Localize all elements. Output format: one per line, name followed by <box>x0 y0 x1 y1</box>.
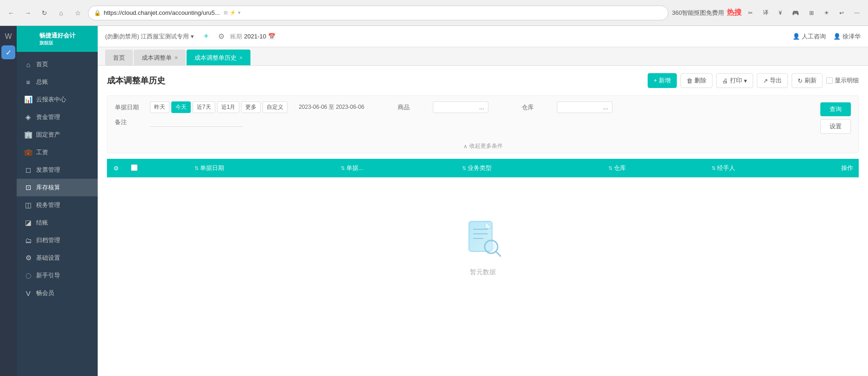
tab-home[interactable]: 首页 <box>105 50 133 65</box>
note-label: 备注 <box>115 118 143 126</box>
sidebar-item-bookkeeping-label: 结账 <box>36 219 48 227</box>
warehouse-select[interactable]: ... <box>557 101 612 113</box>
col-handler[interactable]: 经手人 <box>706 159 831 177</box>
tab-cost-adjust[interactable]: 成本调整单 × <box>134 50 186 65</box>
date-opt-custom[interactable]: 自定义 <box>262 101 287 113</box>
export-icon: ↗ <box>763 77 768 84</box>
address-bar[interactable]: 🔒 https://cloud.chanjet.com/accounting/u… <box>88 6 668 20</box>
date-range: 2023-06-06 至 2023-06-06 <box>299 103 364 111</box>
filter-section: 单据日期 昨天 今天 近7天 近1月 更多 自定义 2023-06-06 至 2… <box>107 95 859 153</box>
icon-bar-weibo[interactable]: W <box>1 30 15 44</box>
company-selector[interactable]: (勿删勿禁用) 江西服宝测试专用 ▾ <box>105 32 194 41</box>
sidebar-item-inventory[interactable]: ⊡ 库存核算 <box>17 179 98 196</box>
more-btn[interactable]: ⋯ <box>850 8 863 18</box>
page-content: 成本调整单历史 + 新增 🗑 删除 🖨 打印 ▾ ↗ 导出 <box>98 66 868 376</box>
sidebar-item-ledger[interactable]: ≡ 总账 <box>17 73 98 91</box>
sidebar-item-tax[interactable]: ◫ 税务管理 <box>17 196 98 214</box>
wages-icon: 💼 <box>24 148 32 157</box>
reload-button[interactable]: ↻ <box>38 6 51 19</box>
refresh-btn[interactable]: ↻ 刷新 <box>792 73 823 88</box>
sidebar-item-reports[interactable]: 📊 云报表中心 <box>17 91 98 108</box>
date-opt-more[interactable]: 更多 <box>241 101 261 113</box>
main-content: (勿删勿禁用) 江西服宝测试专用 ▾ + ⚙ 账期 2021-10 📅 👤 人工… <box>98 26 868 376</box>
settings-icon[interactable]: ⚙ <box>218 32 225 41</box>
print-dropdown-icon[interactable]: ▾ <box>744 77 747 84</box>
goods-select[interactable]: ... <box>433 101 488 113</box>
empty-text: 暂元数据 <box>470 268 496 276</box>
col-biz-type[interactable]: 业务类型 <box>456 159 603 177</box>
col-settings[interactable]: ⚙ <box>107 159 125 177</box>
filter-left-col: 单据日期 昨天 今天 近7天 近1月 更多 自定义 2023-06-06 至 2… <box>115 101 811 134</box>
col-date[interactable]: 单据日期 <box>189 159 335 177</box>
tab-cost-adjust-history-close[interactable]: × <box>239 55 243 61</box>
period-label: 账期 <box>230 32 242 41</box>
svg-point-6 <box>487 242 496 251</box>
hot-search-label: 热搜 <box>727 8 742 18</box>
sidebar-item-invoices-label: 发票管理 <box>36 166 60 174</box>
top-bar-left: (勿删勿禁用) 江西服宝测试专用 ▾ + ⚙ 账期 2021-10 📅 <box>105 30 275 43</box>
scissors-btn[interactable]: ✂ <box>744 8 756 18</box>
sidebar-item-wages[interactable]: 💼 工资 <box>17 144 98 161</box>
url-text: https://cloud.chanjet.com/accounting/uru… <box>104 9 220 16</box>
lock-icon: 🔒 <box>94 10 101 16</box>
col-warehouse[interactable]: 仓库 <box>603 159 706 177</box>
sidebar-item-invoices[interactable]: ◻ 发票管理 <box>17 161 98 179</box>
dropdown-icon[interactable]: ▾ <box>238 10 241 16</box>
ledger-icon: ≡ <box>24 78 32 86</box>
collapse-bar[interactable]: ∧ 收起更多条件 <box>107 139 858 153</box>
translate-btn[interactable]: 译 <box>759 7 772 19</box>
forward-button[interactable]: → <box>21 6 34 19</box>
note-input[interactable] <box>150 118 243 127</box>
sidebar-item-home-label: 首页 <box>36 60 48 69</box>
col-number[interactable]: 单据... <box>335 159 456 177</box>
sidebar-item-settings[interactable]: ⚙ 基础设置 <box>17 249 98 267</box>
funds-icon: ◈ <box>24 113 32 121</box>
date-opt-yesterday[interactable]: 昨天 <box>150 101 169 113</box>
undo-btn[interactable]: ↩ <box>836 8 848 18</box>
wallet-btn[interactable]: ¥ <box>775 8 786 18</box>
home-button[interactable]: ⌂ <box>55 6 68 19</box>
apps-btn[interactable]: ⊞ <box>806 8 818 18</box>
show-cols-checkbox[interactable] <box>826 77 833 84</box>
date-opt-7days[interactable]: 近7天 <box>193 101 215 113</box>
tab-cost-adjust-history-label: 成本调整单历史 <box>194 54 237 62</box>
table-header: ⚙ 单据日期 单据... 业务类型 <box>107 159 859 177</box>
top-bar: (勿删勿禁用) 江西服宝测试专用 ▾ + ⚙ 账期 2021-10 📅 👤 人工… <box>98 26 868 47</box>
consult-label: 人工咨询 <box>802 32 826 41</box>
sidebar-item-bookkeeping[interactable]: ◪ 结账 <box>17 214 98 232</box>
col-checkbox[interactable] <box>125 159 189 177</box>
export-btn[interactable]: ↗ 导出 <box>757 73 788 88</box>
app-container: W ✓ 畅捷通好会计 旗舰版 ⌂ 首页 ≡ 总账 📊 云报表中心 ◈ <box>0 26 868 376</box>
tab-cost-adjust-close[interactable]: × <box>175 55 178 61</box>
back-button[interactable]: ← <box>5 6 18 19</box>
date-filter-label: 单据日期 <box>115 103 143 112</box>
sidebar-item-home[interactable]: ⌂ 首页 <box>17 56 98 73</box>
user-action[interactable]: 👤 徐泽华 <box>833 32 861 41</box>
date-opt-today[interactable]: 今天 <box>171 101 191 113</box>
date-opt-1month[interactable]: 近1月 <box>217 101 240 113</box>
bookmark-button[interactable]: ☆ <box>71 6 84 19</box>
svg-line-7 <box>496 251 500 256</box>
sidebar-item-assets[interactable]: 🏢 固定资产 <box>17 126 98 144</box>
sidebar-item-vip[interactable]: V 畅会员 <box>17 284 98 302</box>
tab-cost-adjust-history[interactable]: 成本调整单历史 × <box>187 50 250 65</box>
query-btn[interactable]: 查询 <box>820 102 851 116</box>
filter-settings-btn[interactable]: 设置 <box>820 119 851 134</box>
sidebar-item-funds[interactable]: ◈ 资金管理 <box>17 108 98 126</box>
sidebar-item-archive[interactable]: 🗂 归档管理 <box>17 232 98 249</box>
warehouse-more-dots: ... <box>603 104 608 111</box>
consult-action[interactable]: 👤 人工咨询 <box>793 32 826 41</box>
icon-bar-active[interactable]: ✓ <box>1 45 15 59</box>
filter-right-btns: 查询 设置 <box>820 101 851 134</box>
add-company-btn[interactable]: + <box>200 30 212 43</box>
new-btn[interactable]: + 新增 <box>648 73 677 88</box>
delete-btn[interactable]: 🗑 删除 <box>681 73 712 88</box>
header-checkbox[interactable] <box>131 164 137 171</box>
sidebar-item-guide[interactable]: ◌ 新手引导 <box>17 267 98 284</box>
tab-cost-adjust-label: 成本调整单 <box>142 54 172 62</box>
settings-btn[interactable]: ☀ <box>820 8 833 18</box>
game-btn[interactable]: 🎮 <box>788 8 803 18</box>
page-actions: + 新增 🗑 删除 🖨 打印 ▾ ↗ 导出 ↻ <box>648 73 859 88</box>
print-btn[interactable]: 🖨 打印 ▾ <box>716 73 753 88</box>
logo-text: 畅捷通好会计 <box>39 31 75 40</box>
